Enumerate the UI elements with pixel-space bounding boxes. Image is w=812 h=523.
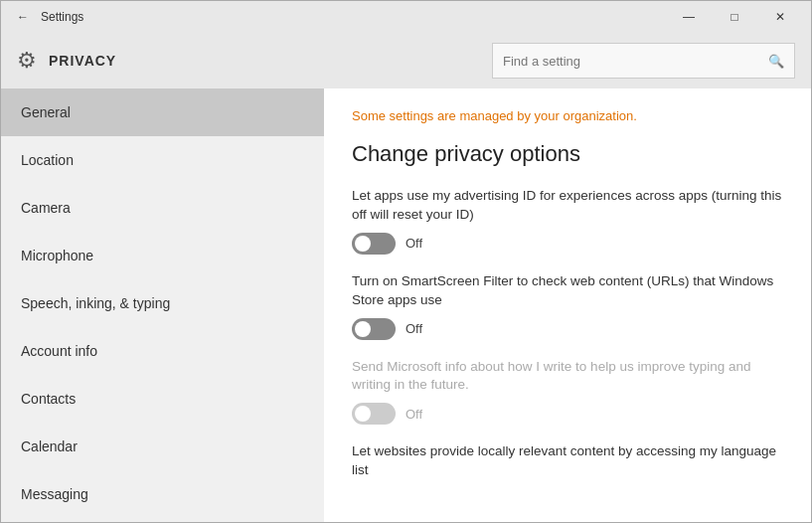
org-notice: Some settings are managed by your organi… (352, 108, 783, 123)
window-controls: — □ ✕ (666, 1, 803, 33)
sidebar-item-label: Account info (21, 343, 97, 359)
sidebar-item-calendar[interactable]: Calendar (1, 423, 324, 470)
content-panel: Some settings are managed by your organi… (324, 88, 811, 522)
toggle-label: Off (406, 236, 422, 251)
search-box[interactable]: 🔍 (492, 43, 795, 79)
setting-description: Let apps use my advertising ID for exper… (352, 187, 783, 225)
main-content: General Location Camera Microphone Speec… (1, 88, 811, 522)
sidebar-item-label: Contacts (21, 391, 76, 407)
settings-window: ← Settings — □ ✕ ⚙ PRIVACY 🔍 General Loc… (0, 0, 812, 523)
search-icon: 🔍 (768, 54, 784, 69)
toggle-row: Off (352, 318, 783, 340)
typing-info-toggle (352, 403, 396, 425)
sidebar-item-general[interactable]: General (1, 88, 324, 136)
privacy-icon: ⚙ (17, 48, 37, 74)
sidebar-item-location[interactable]: Location (1, 136, 324, 184)
toggle-row: Off (352, 233, 783, 255)
minimize-button[interactable]: — (666, 1, 712, 33)
sidebar-item-label: Camera (21, 200, 71, 216)
toggle-label: Off (406, 407, 422, 422)
title-bar-title: Settings (41, 10, 666, 24)
sidebar-item-label: Messaging (21, 486, 88, 502)
title-bar: ← Settings — □ ✕ (1, 1, 811, 33)
setting-language-list: Let websites provide locally relevant co… (352, 442, 783, 480)
maximize-button[interactable]: □ (712, 1, 757, 33)
toggle-row: Off (352, 403, 783, 425)
sidebar-item-camera[interactable]: Camera (1, 184, 324, 232)
sidebar-item-contacts[interactable]: Contacts (1, 375, 324, 423)
back-icon: ← (17, 10, 29, 24)
sidebar-item-label: General (21, 104, 71, 120)
sidebar-item-speech[interactable]: Speech, inking, & typing (1, 279, 324, 327)
sidebar-item-label: Location (21, 152, 74, 168)
close-button[interactable]: ✕ (757, 1, 803, 33)
sidebar-item-label: Microphone (21, 248, 93, 263)
setting-typing-info: Send Microsoft info about how I write to… (352, 358, 783, 426)
sidebar-item-label: Speech, inking, & typing (21, 295, 170, 311)
setting-advertising-id: Let apps use my advertising ID for exper… (352, 187, 783, 255)
search-input[interactable] (503, 54, 768, 69)
sidebar-item-messaging[interactable]: Messaging (1, 470, 324, 518)
setting-smartscreen: Turn on SmartScreen Filter to check web … (352, 272, 783, 340)
advertising-id-toggle[interactable] (352, 233, 396, 255)
section-title: Change privacy options (352, 141, 783, 167)
sidebar: General Location Camera Microphone Speec… (1, 88, 324, 522)
setting-description: Send Microsoft info about how I write to… (352, 358, 783, 396)
sidebar-item-microphone[interactable]: Microphone (1, 232, 324, 279)
header-title: PRIVACY (49, 53, 492, 69)
smartscreen-toggle[interactable] (352, 318, 396, 340)
header-bar: ⚙ PRIVACY 🔍 (1, 33, 811, 88)
setting-description: Let websites provide locally relevant co… (352, 442, 783, 480)
sidebar-item-label: Calendar (21, 438, 78, 454)
back-button[interactable]: ← (9, 3, 37, 31)
toggle-label: Off (406, 321, 422, 336)
sidebar-item-account[interactable]: Account info (1, 327, 324, 375)
setting-description: Turn on SmartScreen Filter to check web … (352, 272, 783, 310)
